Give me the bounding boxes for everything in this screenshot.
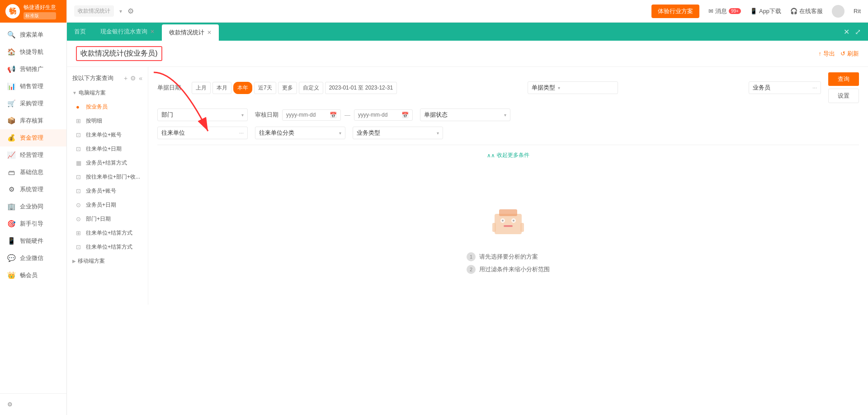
partner-label: 往来单位 [161,129,185,137]
tree-item-partner-dept-receipt[interactable]: ⊡ 按往来单位+部门+收... [71,170,148,184]
tree-item-by-salesman[interactable]: ● 按业务员 [71,100,148,114]
search-row-1: 单据日期 上月 本月 本年 近7天 更多 自定义 2023-01-01 至 20… [157,72,859,103]
tree-item-partner-settle1[interactable]: ⊞ 往来单位+结算方式 [71,226,148,240]
sidebar-item-search-menu[interactable]: 🔍 搜索菜单 [0,26,66,43]
export-button[interactable]: ↑ 导出 [819,50,835,58]
partner-settle1-icon: ⊞ [76,230,83,236]
tree-desktop-group[interactable]: ▼ 电脑端方案 [67,86,148,100]
svg-rect-8 [520,223,524,232]
tree-mobile-group[interactable]: ▶ 移动端方案 [67,254,148,268]
salesman-more-icon[interactable]: ··· [812,85,817,91]
svg-point-5 [513,220,514,222]
right-panel: 单据日期 上月 本月 本年 近7天 更多 自定义 2023-01-01 至 20… [148,67,868,305]
panel-collapse-icon[interactable]: « [139,75,142,82]
partner-category-dropdown-icon[interactable]: ▾ [339,131,341,136]
salesman-field: 业务员 ··· [749,81,821,94]
tree-item-partner-date[interactable]: ⊡ 往来单位+日期 [71,142,148,156]
breadcrumb-chevron-icon: ▾ [119,8,122,14]
tab-receipt-stats-close[interactable]: ✕ [207,29,212,36]
message-action[interactable]: ✉ 消息 99+ [708,7,741,15]
date-btn-this-year[interactable]: 本年 [233,82,252,94]
refresh-button[interactable]: ↺ 刷新 [840,50,859,58]
left-panel: 按以下方案查询 + ⚙ « ▼ 电脑端方案 ● [67,67,148,305]
voucher-type-label: 单据类型 [532,84,555,92]
date-btn-this-month[interactable]: 本月 [212,82,231,94]
sidebar-settings[interactable]: ⚙ [0,397,66,411]
sidebar-item-purchase[interactable]: 🛒 采购管理 [0,95,66,112]
message-icon: ✉ [708,8,713,14]
tree-desktop-items: ● 按业务员 ⊞ 按明细 ⊡ 往来单位+账号 ⊡ [67,100,148,254]
partner-more-icon[interactable]: ··· [239,130,244,136]
sidebar-item-basic-info[interactable]: 🗃 基础信息 [0,164,66,181]
tip-item-1: 1 请先选择要分析的方案 [467,252,550,261]
tree-item-dept-date[interactable]: ⊙ 部门+日期 [71,212,148,226]
review-date-end-input[interactable] [358,112,399,118]
date-btn-custom[interactable]: 自定义 [299,82,323,94]
search-area: 单据日期 上月 本月 本年 近7天 更多 自定义 2023-01-01 至 20… [148,67,868,171]
empty-state-illustration [486,198,531,243]
app-download-action[interactable]: 📱 App下载 [750,7,781,15]
tree-item-by-detail[interactable]: ⊞ 按明细 [71,114,148,128]
partner-category-label: 往来单位分类 [259,129,294,137]
query-button[interactable]: 查询 [828,72,859,86]
panel-header: 按以下方案查询 + ⚙ « [67,71,148,86]
sidebar-item-sales[interactable]: 📊 销售管理 [0,78,66,95]
sidebar-item-member[interactable]: 👑 畅会员 [0,267,66,284]
sidebar-item-finance[interactable]: 💰 资金管理 [0,129,66,146]
user-avatar[interactable] [832,5,844,18]
tab-close-all-icon[interactable]: ✕ [844,28,849,36]
review-date-end[interactable]: 📅 [354,109,413,121]
calendar-end-icon[interactable]: 📅 [401,112,409,118]
collapse-button[interactable]: ∧∧ 收起更多条件 [157,149,859,162]
settings-button[interactable]: 设置 [828,89,859,103]
tree-item-salesman-settle[interactable]: ▦ 业务员+结算方式 [71,156,148,170]
tip-num-2: 2 [467,265,476,274]
tree-item-salesman-account[interactable]: ⊡ 业务员+账号 [71,184,148,198]
trial-button[interactable]: 体验行业方案 [651,5,699,18]
date-btn-more[interactable]: 更多 [278,82,297,94]
sidebar-item-wechat[interactable]: 💬 企业微信 [0,250,66,267]
user-name: Rit [854,8,861,14]
tab-home[interactable]: 首页 [67,23,93,41]
voucher-status-dropdown-icon[interactable]: ▾ [504,113,506,118]
tab-receipt-stats[interactable]: 收款情况统计 ✕ [162,24,219,41]
tree-item-partner-account[interactable]: ⊡ 往来单位+账号 [71,128,148,142]
sidebar-item-smart-hw[interactable]: 📱 智能硬件 [0,232,66,250]
svg-rect-0 [495,214,522,234]
sidebar-item-guide[interactable]: 🎯 新手引导 [0,215,66,232]
voucher-type-dropdown-icon[interactable]: ▾ [558,85,560,90]
review-date-start[interactable]: 📅 [282,109,341,121]
panel-add-icon[interactable]: + [124,75,127,82]
review-date-start-input[interactable] [286,112,327,118]
service-icon: 🎧 [790,8,797,14]
panel-settings-icon[interactable]: ⚙ [130,75,136,82]
sidebar-item-enterprise[interactable]: 🏢 企业协同 [0,198,66,215]
tree-arrow-icon: ▼ [72,90,77,95]
sidebar-item-marketing[interactable]: 📢 营销推广 [0,61,66,78]
salesman-item-icon: ● [76,104,83,110]
tab-expand-icon[interactable]: ⤢ [855,28,861,36]
tab-bank-flow[interactable]: 现金银行流水查询 ✕ [93,23,162,41]
empty-state-tips: 1 请先选择要分析的方案 2 用过滤条件来缩小分析范围 [467,252,550,278]
sidebar-item-system[interactable]: ⚙ 系统管理 [0,181,66,198]
logo-icon: 畅 [5,4,20,19]
tree-item-salesman-date[interactable]: ⊙ 业务员+日期 [71,198,148,212]
sidebar-item-inventory[interactable]: 📦 库存核算 [0,112,66,129]
date-btn-last-month[interactable]: 上月 [192,82,211,94]
business-type-dropdown-icon[interactable]: ▾ [437,131,439,136]
collapse-arrow-icon: ∧∧ [487,152,495,159]
calendar-start-icon[interactable]: 📅 [330,112,337,118]
tip-item-2: 2 用过滤条件来缩小分析范围 [467,265,550,274]
sidebar-item-quick-nav[interactable]: 🏠 快捷导航 [0,43,66,61]
date-btn-7days[interactable]: 近7天 [254,82,276,94]
tree-item-partner-settle2[interactable]: ⊡ 往来单位+结算方式 [71,240,148,254]
tab-bank-flow-close[interactable]: ✕ [150,28,155,35]
date-selector: 上月 本月 本年 近7天 更多 自定义 2023-01-01 至 2023-12… [192,82,397,94]
sidebar-item-operation[interactable]: 📈 经营管理 [0,146,66,164]
dept-dropdown-icon[interactable]: ▾ [241,113,244,118]
gear-settings-icon[interactable]: ⚙ [127,7,134,15]
sidebar-nav: 🔍 搜索菜单 🏠 快捷导航 📢 营销推广 📊 销售管理 🛒 采购管理 📦 [0,23,66,393]
empty-state: 1 请先选择要分析的方案 2 用过滤条件来缩小分析范围 [148,171,868,305]
dept-date-icon: ⊙ [76,216,83,222]
online-service-action[interactable]: 🎧 在线客服 [790,7,823,15]
